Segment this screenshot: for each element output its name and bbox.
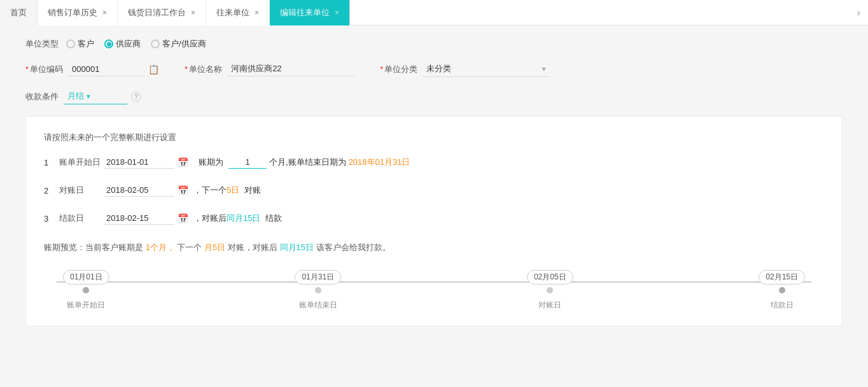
unit-name-input[interactable] (227, 62, 354, 76)
payment-label: 收款条件 (25, 91, 59, 102)
preview-months: 1个月， (146, 243, 175, 252)
period-suffix-after-1: 个月,账单结束日期为 (269, 157, 346, 168)
tab-sales-close[interactable]: × (102, 8, 107, 17)
radio-both-circle (151, 39, 160, 48)
tab-partner[interactable]: 往来单位 × (206, 0, 270, 25)
timeline-badge-2: 01月31日 (295, 270, 341, 285)
period-date-1[interactable] (104, 156, 174, 169)
unit-name-group: * 单位名称 (185, 62, 354, 76)
unit-sort-dropdown[interactable]: 未分类 ▾ (423, 61, 550, 77)
period-section: 请按照未来的一个完整帐期进行设置 1 账单开始日 📅 账期为 个月,账单结束日期… (25, 116, 843, 327)
period-day-highlight-3: 同月15日 (227, 213, 260, 224)
tab-expand-button[interactable]: › (850, 0, 868, 25)
preview-end: 该客户会给我打款。 (316, 243, 391, 252)
unit-sort-star: * (380, 64, 383, 74)
copy-icon[interactable]: 📋 (148, 64, 159, 74)
tab-edit-partner-close[interactable]: × (335, 8, 339, 17)
payment-arrow-icon: ▾ (87, 92, 90, 101)
help-icon[interactable]: ? (131, 92, 141, 102)
tab-cash-close[interactable]: × (191, 8, 195, 17)
radio-customer-label: 客户 (78, 38, 94, 50)
radio-supplier-circle (104, 39, 113, 48)
unit-sort-value: 未分类 (426, 63, 540, 74)
tab-cash-label: 钱货日清工作台 (128, 7, 186, 18)
period-row-1: 1 账单开始日 📅 账期为 个月,账单结束日期为 2018年01月31日 (44, 156, 824, 169)
timeline-container: 01月01日 账单开始日 01月31日 账单结束日 02月05日 对账日 (50, 270, 818, 311)
timeline-point-2: 01月31日 账单结束日 (295, 270, 341, 311)
content-area: 单位类型 客户 供应商 客户/供应商 * 单位编码 📋 (0, 25, 868, 387)
timeline-label-2: 账单结束日 (299, 300, 337, 311)
payment-row: 收款条件 月结 ▾ ? (25, 88, 843, 104)
timeline-label-3: 对账日 (538, 300, 561, 311)
timeline-wrapper: 01月01日 账单开始日 01月31日 账单结束日 02月05日 对账日 (44, 270, 824, 311)
calendar-icon-1[interactable]: 📅 (178, 157, 188, 167)
period-num-1: 1 (44, 158, 59, 167)
period-label-3: 结款日 (59, 213, 104, 224)
unit-type-row: 单位类型 客户 供应商 客户/供应商 (25, 38, 843, 50)
timeline-dot-4 (779, 287, 785, 293)
period-date-3[interactable] (104, 212, 174, 225)
tabs-bar: 首页 销售订单历史 × 钱货日清工作台 × 往来单位 × 编辑往来单位 × › (0, 0, 868, 25)
period-suffix-3b: 结款 (265, 213, 282, 224)
period-date-2[interactable] (104, 184, 174, 197)
timeline-dot-3 (547, 287, 553, 293)
payment-value: 月结 (67, 90, 84, 102)
calendar-icon-3[interactable]: 📅 (178, 213, 188, 223)
tab-home[interactable]: 首页 (0, 0, 38, 25)
radio-both[interactable]: 客户/供应商 (151, 38, 206, 50)
tab-sales-order-history[interactable]: 销售订单历史 × (38, 0, 118, 25)
period-row-3: 3 结款日 📅 ，对账后 同月15日 结款 (44, 212, 824, 225)
preview-reconcile-prefix: 下一个 (177, 243, 202, 252)
unit-sort-label: 单位分类 (384, 64, 417, 75)
timeline-label-4: 结款日 (771, 300, 794, 311)
tab-partner-close[interactable]: × (255, 8, 259, 17)
period-label-2: 对账日 (59, 185, 104, 196)
timeline-point-4: 02月15日 结款日 (759, 270, 805, 311)
calendar-icon-2[interactable]: 📅 (178, 185, 188, 195)
timeline-label-1: 账单开始日 (67, 300, 105, 311)
radio-supplier-dot (107, 42, 111, 46)
preview-reconcile-suffix: 对账，对账后 (228, 243, 277, 252)
tab-edit-partner-label: 编辑往来单位 (280, 7, 330, 18)
timeline-point-1: 01月01日 账单开始日 (63, 270, 109, 311)
timeline-point-3: 02月05日 对账日 (527, 270, 573, 311)
tab-partner-label: 往来单位 (216, 7, 249, 18)
radio-customer-circle (66, 39, 75, 48)
tab-cash-work[interactable]: 钱货日清工作台 × (118, 0, 206, 25)
payment-dropdown[interactable]: 月结 ▾ (64, 88, 127, 104)
period-suffix-2a: ，下一个 (193, 185, 227, 196)
unit-code-group: * 单位编码 📋 (25, 62, 159, 76)
period-months-input[interactable] (228, 156, 267, 169)
section-title: 请按照未来的一个完整帐期进行设置 (44, 132, 824, 143)
radio-both-label: 客户/供应商 (162, 38, 206, 50)
unit-code-input[interactable] (68, 62, 144, 76)
unit-type-label: 单位类型 (25, 38, 59, 50)
preview-text: 账期预览：当前客户账期是 1个月， 下一个 月5日 对账，对账后 同月15日 该… (44, 240, 824, 255)
unit-name-star: * (185, 64, 188, 74)
preview-label: 账期预览：当前客户账期是 (44, 243, 143, 252)
unit-info-row: * 单位编码 📋 * 单位名称 * 单位分类 未分类 ▾ (25, 61, 843, 77)
tab-edit-partner[interactable]: 编辑往来单位 × (270, 0, 350, 25)
unit-sort-group: * 单位分类 未分类 ▾ (380, 61, 550, 77)
radio-supplier[interactable]: 供应商 (104, 38, 141, 50)
radio-customer[interactable]: 客户 (66, 38, 94, 50)
timeline-dot-1 (83, 287, 89, 293)
period-suffix-before-1: 账期为 (199, 157, 223, 168)
tab-home-label: 首页 (10, 7, 27, 18)
unit-sort-arrow-icon: ▾ (542, 65, 546, 73)
timeline-badge-3: 02月05日 (527, 270, 573, 285)
timeline-badge-1: 01月01日 (63, 270, 109, 285)
radio-group: 客户 供应商 客户/供应商 (66, 38, 206, 50)
preview-payment: 同月15日 (280, 243, 314, 252)
period-num-2: 2 (44, 186, 59, 195)
unit-code-label: 单位编码 (30, 64, 63, 75)
period-suffix-2b: 对账 (244, 185, 261, 196)
unit-code-star: * (25, 64, 29, 74)
period-num-3: 3 (44, 214, 59, 223)
preview-reconcile-day: 月5日 (204, 243, 225, 252)
period-label-1: 账单开始日 (59, 157, 104, 168)
timeline-dot-2 (315, 287, 321, 293)
period-day-highlight-2: 5日 (227, 185, 239, 196)
period-suffix-3a: ，对账后 (193, 213, 227, 224)
period-row-2: 2 对账日 📅 ，下一个 5日 对账 (44, 184, 824, 197)
